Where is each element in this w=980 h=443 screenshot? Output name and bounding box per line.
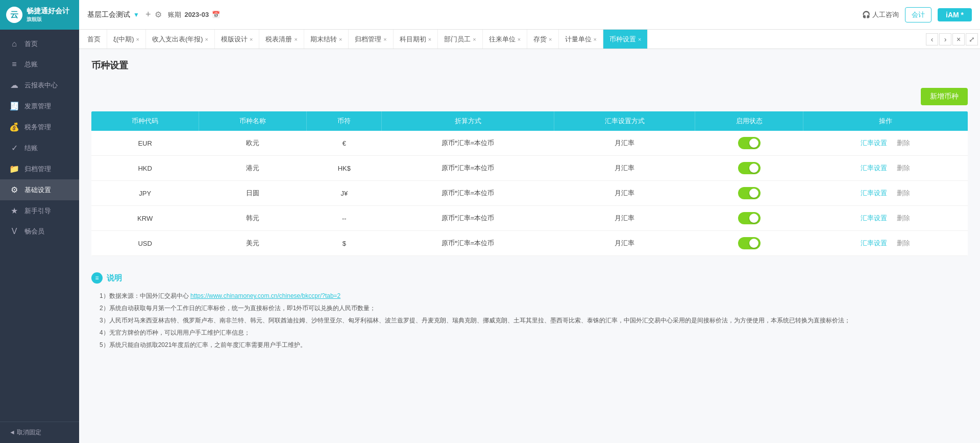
sidebar-item-label: 云报表中心 xyxy=(24,81,58,90)
sidebar-item-settings[interactable]: ⚙ 基础设置 xyxy=(0,179,79,200)
rate-setting-link[interactable]: 汇率设置 xyxy=(861,164,887,172)
sidebar-item-label: 首页 xyxy=(24,39,38,49)
tab-partners[interactable]: 往来单位 × xyxy=(483,30,527,49)
delete-button[interactable]: 删除 xyxy=(897,139,910,147)
sidebar-footer[interactable]: ◄ 取消固定 xyxy=(0,422,79,443)
notice-item: 3）人民币对马来西亚林吉特、俄罗斯卢布、南非兰特、韩元、阿联酋迪拉姆、沙特里亚尔… xyxy=(95,314,968,327)
tab-subjects[interactable]: 科目期初 × xyxy=(394,30,438,49)
delete-button[interactable]: 删除 xyxy=(897,239,910,247)
close-icon[interactable]: × xyxy=(205,36,208,42)
close-icon[interactable]: × xyxy=(473,36,476,42)
close-icon[interactable]: × xyxy=(339,36,342,42)
notice-item: 5）系统只能自动抓取2021年度后的汇率，之前年度汇率需要用户手工维护。 xyxy=(95,339,968,351)
cell-status xyxy=(695,181,803,206)
tab-inventory[interactable]: 存货 × xyxy=(527,30,558,49)
new-currency-button[interactable]: 新增币种 xyxy=(921,88,968,105)
close-icon[interactable]: × xyxy=(549,36,552,42)
close-icon[interactable]: × xyxy=(594,36,597,42)
sidebar-item-archive[interactable]: 📁 归档管理 xyxy=(0,158,79,179)
notice-title-text: 说明 xyxy=(107,273,122,283)
sidebar-item-guide[interactable]: ★ 新手引导 xyxy=(0,200,79,221)
toggle-slider xyxy=(738,237,761,249)
cell-rate-method: 月汇率 xyxy=(554,181,695,206)
close-icon[interactable]: × xyxy=(383,36,386,42)
cell-actions: 汇率设置 删除 xyxy=(803,231,968,256)
delete-button[interactable]: 删除 xyxy=(897,214,910,222)
sidebar-item-member[interactable]: V 畅会员 xyxy=(0,221,79,242)
page-header: 币种设置 xyxy=(91,59,968,80)
close-icon[interactable]: × xyxy=(638,36,641,42)
period-value: 2023-03 xyxy=(184,11,209,18)
company-selector[interactable]: 基层工会测试 ▼ xyxy=(87,10,139,19)
delete-button[interactable]: 删除 xyxy=(897,164,910,172)
tabs-next-button[interactable]: › xyxy=(939,33,951,45)
add-icon[interactable]: + xyxy=(145,9,151,20)
notice-link[interactable]: https://www.chinamoney.com.cn/chinese/bk… xyxy=(190,292,340,299)
sidebar-item-label: 结账 xyxy=(24,144,38,153)
settings-gear-icon[interactable]: ⚙ xyxy=(155,10,162,19)
close-icon[interactable]: × xyxy=(428,36,431,42)
status-toggle[interactable] xyxy=(738,212,761,224)
iam-button[interactable]: iAM * xyxy=(938,8,972,21)
tabs-prev-button[interactable]: ‹ xyxy=(926,33,938,45)
rate-setting-link[interactable]: 汇率设置 xyxy=(861,239,887,247)
tab-archive-mgmt[interactable]: 归档管理 × xyxy=(349,30,393,49)
cell-actions: 汇率设置 删除 xyxy=(803,181,968,206)
rate-setting-link[interactable]: 汇率设置 xyxy=(861,214,887,222)
cell-status xyxy=(695,156,803,181)
tab-label: 科目期初 xyxy=(400,35,426,44)
delete-button[interactable]: 删除 xyxy=(897,189,910,197)
cell-symbol: -- xyxy=(307,206,382,231)
close-icon[interactable]: × xyxy=(518,36,521,42)
cell-calc-method: 原币*汇率=本位币 xyxy=(382,206,554,231)
sidebar-logo: 云 畅捷通好会计 旗舰版 xyxy=(0,0,79,30)
tab-label: ξ(中期) xyxy=(113,35,134,44)
sidebar-item-ledger[interactable]: ≡ 总账 xyxy=(0,54,79,75)
status-toggle[interactable] xyxy=(738,137,761,149)
cell-rate-method: 月汇率 xyxy=(554,206,695,231)
tab-template[interactable]: 模版设计 × xyxy=(215,30,259,49)
notice-list: 1）数据来源：中国外汇交易中心 https://www.chinamoney.c… xyxy=(91,290,968,351)
close-icon[interactable]: × xyxy=(136,36,139,42)
sidebar-item-invoice[interactable]: 🧾 发票管理 xyxy=(0,96,79,116)
accounting-button[interactable]: 会计 xyxy=(905,7,932,22)
help-button[interactable]: 🎧 人工咨询 xyxy=(862,10,899,19)
tabs-expand-button[interactable]: ⤢ xyxy=(966,33,978,45)
sidebar-item-tax[interactable]: 💰 税务管理 xyxy=(0,116,79,137)
status-toggle[interactable] xyxy=(738,237,761,249)
tabs-bar: 首页 ξ(中期) × 收入支出表(年报) × 模版设计 × 税表清册 × 期末结… xyxy=(79,30,980,49)
tabs-close-button[interactable]: × xyxy=(952,33,965,45)
cell-code: USD xyxy=(91,231,199,256)
tab-department[interactable]: 部门员工 × xyxy=(438,30,482,49)
cell-calc-method: 原币*汇率=本位币 xyxy=(382,156,554,181)
tab-home[interactable]: 首页 xyxy=(81,30,107,49)
cell-calc-method: 原币*汇率=本位币 xyxy=(382,131,554,156)
table-row: KRW 韩元 -- 原币*汇率=本位币 月汇率 汇率设置 删除 xyxy=(91,206,968,231)
sidebar-item-label: 畅会员 xyxy=(24,227,44,236)
tab-tax-clear[interactable]: 税表清册 × xyxy=(259,30,304,49)
tab-income[interactable]: 收入支出表(年报) × xyxy=(146,30,215,49)
status-toggle[interactable] xyxy=(738,162,761,174)
tab-period[interactable]: ξ(中期) × xyxy=(107,30,146,49)
calendar-icon[interactable]: 📅 xyxy=(212,11,220,18)
status-toggle[interactable] xyxy=(738,187,761,199)
table-row: HKD 港元 HK$ 原币*汇率=本位币 月汇率 汇率设置 删除 xyxy=(91,156,968,181)
sidebar-item-checkout[interactable]: ✓ 结账 xyxy=(0,137,79,158)
close-icon[interactable]: × xyxy=(294,36,297,42)
close-icon[interactable]: × xyxy=(250,36,253,42)
notice-icon: ≡ xyxy=(91,272,103,284)
page-title: 币种设置 xyxy=(91,59,128,72)
rate-setting-link[interactable]: 汇率设置 xyxy=(861,189,887,197)
rate-setting-link[interactable]: 汇率设置 xyxy=(861,139,887,147)
sidebar-item-reports[interactable]: ☁ 云报表中心 xyxy=(0,75,79,96)
sidebar-item-home[interactable]: ⌂ 首页 xyxy=(0,34,79,54)
guide-icon: ★ xyxy=(9,206,19,216)
cell-rate-method: 月汇率 xyxy=(554,231,695,256)
tab-label: 税表清册 xyxy=(265,35,292,44)
toggle-slider xyxy=(738,137,761,149)
tab-currency[interactable]: 币种设置 × xyxy=(603,30,648,49)
table-row: USD 美元 $ 原币*汇率=本位币 月汇率 汇率设置 删除 xyxy=(91,231,968,256)
tab-period-end[interactable]: 期末结转 × xyxy=(304,30,349,49)
col-header-name: 币种名称 xyxy=(199,111,307,131)
tab-units[interactable]: 计量单位 × xyxy=(559,30,603,49)
